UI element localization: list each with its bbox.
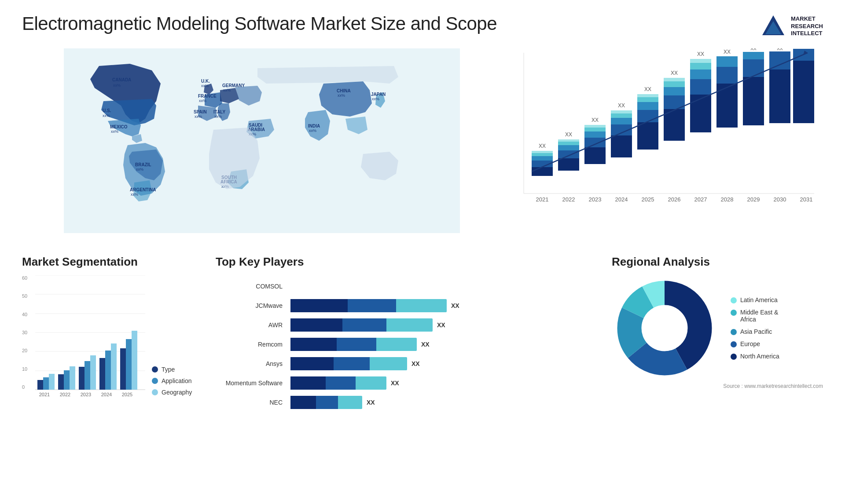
player-row-momentum: Momentum Software XX bbox=[216, 376, 603, 390]
svg-text:2025: 2025 bbox=[642, 196, 654, 203]
player-name-awr: AWR bbox=[216, 321, 286, 329]
map-brazil-label: BRAZIL bbox=[135, 162, 151, 167]
svg-text:2023: 2023 bbox=[81, 392, 91, 397]
player-row-awr: AWR XX bbox=[216, 318, 603, 332]
svg-text:XX: XX bbox=[565, 131, 572, 138]
legend-north-america: North America bbox=[731, 353, 779, 360]
player-row-ansys: Ansys XX bbox=[216, 357, 603, 370]
player-row-jcmwave: JCMwave XX bbox=[216, 299, 603, 312]
svg-text:xx%: xx% bbox=[111, 129, 118, 134]
svg-text:XX: XX bbox=[618, 102, 625, 109]
map-china-label: CHINA bbox=[337, 88, 351, 93]
svg-text:2028: 2028 bbox=[721, 196, 734, 203]
svg-rect-26 bbox=[532, 151, 553, 153]
segmentation-title: Market Segmentation bbox=[22, 255, 207, 269]
svg-rect-48 bbox=[637, 102, 658, 110]
svg-rect-109 bbox=[111, 343, 117, 390]
svg-rect-58 bbox=[690, 95, 711, 132]
svg-text:xx%: xx% bbox=[131, 192, 138, 197]
svg-point-123 bbox=[642, 305, 687, 351]
svg-rect-30 bbox=[558, 145, 579, 150]
svg-rect-24 bbox=[532, 156, 553, 161]
world-map-container: CANADA xx% U.S. xx% MEXICO xx% BRAZIL xx… bbox=[22, 48, 502, 242]
map-uk-label: U.K. bbox=[201, 79, 210, 84]
player-bar-awr: XX bbox=[290, 318, 603, 332]
svg-text:xx%: xx% bbox=[113, 83, 121, 88]
player-bar-remcom: XX bbox=[290, 338, 603, 351]
regional-title: Regional Analysis bbox=[612, 255, 823, 269]
map-spain-label: SPAIN bbox=[194, 110, 207, 114]
svg-rect-110 bbox=[120, 348, 126, 390]
player-row-nec: NEC XX bbox=[216, 396, 603, 409]
svg-rect-75 bbox=[793, 61, 814, 123]
svg-text:XX: XX bbox=[644, 86, 651, 92]
svg-rect-55 bbox=[664, 81, 685, 87]
svg-rect-47 bbox=[637, 110, 658, 122]
map-italy-label: ITALY bbox=[213, 110, 226, 114]
bar-chart-container: XX XX XX bbox=[515, 48, 823, 242]
svg-line-89 bbox=[532, 53, 808, 172]
map-mexico-label: MEXICO bbox=[110, 124, 128, 129]
logo: MARKET RESEARCH INTELLECT bbox=[760, 13, 823, 40]
svg-rect-37 bbox=[584, 128, 606, 131]
svg-text:xx%: xx% bbox=[195, 114, 202, 119]
svg-rect-61 bbox=[690, 63, 711, 69]
svg-rect-100 bbox=[49, 374, 55, 390]
svg-text:XX: XX bbox=[750, 48, 757, 51]
svg-text:xx%: xx% bbox=[214, 114, 222, 119]
svg-text:xx%: xx% bbox=[199, 99, 206, 103]
svg-rect-98 bbox=[37, 380, 43, 390]
svg-rect-44 bbox=[611, 110, 632, 113]
donut-chart bbox=[612, 275, 717, 381]
map-us-label: U.S. bbox=[103, 108, 111, 113]
regional-legend: Latin America Middle East &Africa Asia P… bbox=[731, 296, 779, 360]
page-header: Electromagnetic Modeling Software Market… bbox=[22, 13, 823, 40]
legend-type-dot bbox=[152, 366, 158, 373]
map-canada-label: CANADA bbox=[112, 77, 131, 82]
svg-text:2030: 2030 bbox=[774, 196, 786, 203]
dot-europe bbox=[731, 341, 737, 347]
dot-north-america bbox=[731, 354, 737, 360]
svg-text:xx%: xx% bbox=[338, 93, 345, 98]
players-container: Top Key Players COMSOL JCMwave bbox=[216, 255, 603, 466]
player-name-momentum: Momentum Software bbox=[216, 380, 286, 387]
top-section: CANADA xx% U.S. xx% MEXICO xx% BRAZIL xx… bbox=[22, 48, 823, 242]
svg-rect-56 bbox=[664, 78, 685, 81]
svg-rect-49 bbox=[637, 97, 658, 102]
dot-mea bbox=[731, 310, 737, 316]
svg-rect-73 bbox=[769, 51, 790, 69]
svg-rect-54 bbox=[664, 87, 685, 95]
dot-latin-america bbox=[731, 297, 737, 303]
svg-text:xx%: xx% bbox=[136, 167, 143, 172]
svg-text:xx%: xx% bbox=[309, 128, 316, 133]
bar-chart-area: XX XX XX bbox=[515, 48, 823, 215]
svg-rect-105 bbox=[84, 361, 90, 390]
legend-application: Application bbox=[152, 377, 192, 384]
svg-rect-29 bbox=[558, 150, 579, 158]
svg-rect-42 bbox=[611, 118, 632, 124]
players-title: Top Key Players bbox=[216, 255, 603, 269]
legend-asia-pacific: Asia Pacific bbox=[731, 328, 779, 335]
svg-text:2029: 2029 bbox=[747, 196, 760, 203]
svg-text:XX: XX bbox=[697, 51, 704, 57]
svg-rect-32 bbox=[558, 139, 579, 142]
svg-rect-36 bbox=[584, 131, 606, 138]
player-row-remcom: Remcom XX bbox=[216, 338, 603, 351]
svg-rect-35 bbox=[584, 138, 606, 147]
segmentation-legend: Type Application Geography bbox=[152, 366, 192, 405]
svg-rect-111 bbox=[126, 339, 132, 390]
map-japan-label: JAPAN bbox=[371, 92, 386, 97]
player-row-comsol: COMSOL bbox=[216, 280, 603, 293]
svg-text:2031: 2031 bbox=[800, 196, 813, 203]
donut-svg bbox=[612, 275, 717, 381]
map-argentina-label: ARGENTINA bbox=[130, 187, 156, 192]
svg-text:2026: 2026 bbox=[668, 196, 681, 203]
svg-text:xx%: xx% bbox=[201, 84, 209, 88]
players-chart: COMSOL JCMwave XX bbox=[216, 275, 603, 420]
svg-rect-60 bbox=[690, 69, 711, 79]
svg-rect-25 bbox=[532, 153, 553, 156]
svg-rect-22 bbox=[532, 167, 553, 176]
svg-rect-103 bbox=[70, 366, 75, 390]
source-text: Source : www.marketresearchintellect.com bbox=[612, 383, 823, 389]
page-title: Electromagnetic Modeling Software Market… bbox=[22, 13, 497, 34]
